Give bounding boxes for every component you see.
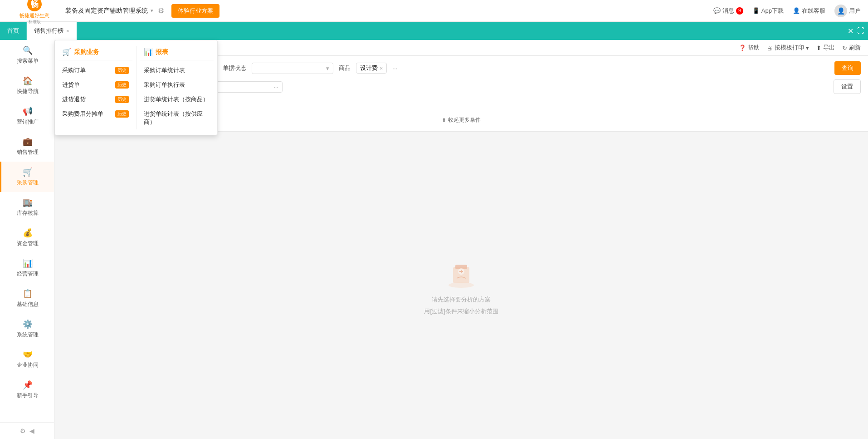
sidebar-label-system: 系统管理 — [17, 331, 39, 339]
sidebar-label-guide: 新手引导 — [17, 392, 39, 400]
empty-illustration — [443, 256, 479, 292]
tab-close-window-icon[interactable]: ✕ — [848, 27, 853, 35]
logo-icon: 畅 — [27, 0, 42, 11]
dropdown-right-items: 采购订单统计表采购订单执行表进货单统计表（按商品）进货单统计表（按供应商） — [140, 63, 214, 129]
sidebar-settings-icon[interactable]: ⚙ — [20, 427, 26, 434]
sidebar-label-base: 基础信息 — [17, 301, 39, 308]
sidebar-item-finance[interactable]: 💰资金管理 — [0, 222, 54, 253]
sidebar-icon-nav: 🏠 — [23, 76, 33, 86]
refresh-icon: ↻ — [842, 44, 847, 51]
history-badge-0: 历史 — [115, 67, 129, 74]
empty-state: 请先选择要分析的方案 用[过滤]条件来缩小分析范围 — [54, 132, 868, 439]
sidebar-item-sales[interactable]: 💼销售管理 — [0, 131, 54, 162]
sidebar-item-system[interactable]: ⚙️系统管理 — [0, 314, 54, 344]
trial-button[interactable]: 体验行业方案 — [171, 4, 219, 18]
logo-area: 畅 畅捷通好生意 标准版 — [7, 0, 62, 25]
sidebar-label-nav: 快捷导航 — [17, 88, 39, 95]
refresh-button[interactable]: ↻ 刷新 — [842, 44, 861, 52]
doc-status-arrow: ▾ — [326, 65, 329, 72]
dropdown-left-col: 🛒 采购业务 采购订单历史进货单历史进货退货历史采购费用分摊单历史 — [55, 46, 136, 129]
tab-close-icon[interactable]: × — [66, 28, 69, 34]
app-download-button[interactable]: 📱 App下载 — [752, 7, 784, 15]
sidebar-icon-guide: 📌 — [23, 380, 33, 390]
sidebar-collapse-icon[interactable]: ◀ — [29, 427, 34, 434]
empty-line1: 请先选择要分析的方案 — [432, 296, 491, 304]
export-icon: ⬆ — [816, 44, 821, 51]
sidebar-label-operations: 经营管理 — [17, 270, 39, 278]
query-button[interactable]: 查询 — [834, 61, 861, 75]
sidebar-icon-operations: 📊 — [23, 258, 33, 268]
app-icon: 📱 — [752, 7, 760, 14]
empty-line2: 用[过滤]条件来缩小分析范围 — [424, 307, 498, 316]
sidebar-item-nav[interactable]: 🏠快捷导航 — [0, 70, 54, 101]
sidebar-item-collab[interactable]: 🤝企业协同 — [0, 344, 54, 375]
service-icon: 👤 — [793, 7, 800, 14]
sidebar-icon-inventory: 🏬 — [23, 197, 33, 207]
action-btns: 查询 — [834, 61, 861, 75]
export-button[interactable]: ⬆ 导出 — [816, 44, 835, 52]
dropdown-right-item-0[interactable]: 采购订单统计表 — [140, 63, 214, 78]
dropdown-right-item-1[interactable]: 采购订单执行表 — [140, 78, 214, 92]
sidebar-label-marketing: 营销推广 — [17, 118, 39, 126]
system-title: 装备及固定资产辅助管理系统 ▾ — [65, 7, 153, 15]
sidebar-label-search: 搜索菜单 — [17, 57, 39, 65]
sidebar-icon-sales: 💼 — [23, 137, 33, 147]
dropdown-right-title: 📊 报表 — [140, 46, 214, 60]
sidebar-bottom: ⚙ ◀ — [0, 422, 54, 439]
help-icon: ❓ — [739, 44, 746, 51]
sidebar-label-finance: 资金管理 — [17, 240, 39, 247]
dropdown-left-items: 采购订单历史进货单历史进货退货历史采购费用分摊单历史 — [59, 63, 132, 121]
sidebar: 🔍搜索菜单🏠快捷导航📢营销推广💼销售管理🛒采购管理🏬库存核算💰资金管理📊经营管理… — [0, 40, 54, 439]
purchase-col-icon: 🛒 — [62, 48, 71, 56]
sidebar-item-base[interactable]: 📋基础信息 — [0, 283, 54, 314]
dropdown-menu: 🛒 采购业务 采购订单历史进货单历史进货退货历史采购费用分摊单历史 📊 报表 采… — [54, 40, 218, 135]
user-button[interactable]: 👤 用户 — [834, 5, 861, 17]
print-button[interactable]: 🖨 按模板打印 ▾ — [767, 44, 809, 52]
history-badge-3: 历史 — [115, 110, 129, 118]
logo-text: 畅捷通好生意 — [20, 12, 49, 19]
dropdown-left-item-2[interactable]: 进货退货历史 — [59, 92, 132, 107]
doc-status-label: 单据状态 — [223, 64, 246, 72]
sidebar-icon-search: 🔍 — [23, 45, 33, 55]
settings-icon[interactable]: ⚙ — [158, 6, 164, 15]
dropdown-left-item-0[interactable]: 采购订单历史 — [59, 63, 132, 78]
sidebar-item-search[interactable]: 🔍搜索菜单 — [0, 40, 54, 70]
goods-label: 商品 — [339, 64, 351, 72]
action-btns-2: 设置 — [834, 79, 861, 94]
goods-tag: 设计费 × — [356, 63, 387, 74]
sidebar-item-purchase[interactable]: 🛒采购管理 — [0, 162, 54, 192]
sidebar-items: 🔍搜索菜单🏠快捷导航📢营销推广💼销售管理🛒采购管理🏬库存核算💰资金管理📊经营管理… — [0, 40, 54, 405]
salesperson-arrow: ··· — [273, 84, 278, 90]
sidebar-label-purchase: 采购管理 — [17, 179, 39, 187]
collapse-icon: ⬆ — [442, 117, 446, 123]
dropdown-left-item-3[interactable]: 采购费用分摊单历史 — [59, 107, 132, 121]
messages-badge: 9 — [736, 7, 743, 15]
goods-ellipsis[interactable]: ··· — [392, 65, 397, 72]
help-button[interactable]: ❓ 帮助 — [739, 44, 760, 52]
message-icon: 💬 — [713, 7, 721, 14]
sidebar-label-collab: 企业协同 — [17, 361, 39, 369]
doc-status-select[interactable]: ▾ — [252, 63, 333, 74]
sidebar-item-inventory[interactable]: 🏬库存核算 — [0, 192, 54, 222]
service-button[interactable]: 👤 在线客服 — [793, 7, 825, 15]
dropdown-right-item-2[interactable]: 进货单统计表（按商品） — [140, 92, 214, 107]
dropdown-left-item-1[interactable]: 进货单历史 — [59, 78, 132, 92]
sidebar-label-sales: 销售管理 — [17, 148, 39, 156]
sidebar-label-inventory: 库存核算 — [17, 209, 39, 217]
messages-button[interactable]: 💬 消息 9 — [713, 7, 743, 15]
dropdown-right-col: 📊 报表 采购订单统计表采购订单执行表进货单统计表（按商品）进货单统计表（按供应… — [136, 46, 218, 129]
sidebar-item-guide[interactable]: 📌新手引导 — [0, 375, 54, 405]
sidebar-icon-system: ⚙️ — [23, 319, 33, 329]
system-title-arrow[interactable]: ▾ — [151, 8, 153, 14]
sidebar-item-marketing[interactable]: 📢营销推广 — [0, 101, 54, 131]
goods-tag-remove[interactable]: × — [380, 65, 383, 72]
tab-maximize-icon[interactable]: ⛶ — [857, 27, 864, 35]
tabbar: 首页 销售排行榜 × ✕ ⛶ — [0, 22, 868, 40]
settings-button[interactable]: 设置 — [834, 79, 861, 94]
dropdown-right-item-3[interactable]: 进货单统计表（按供应商） — [140, 107, 214, 129]
print-icon: 🖨 — [767, 44, 773, 51]
sidebar-item-operations[interactable]: 📊经营管理 — [0, 253, 54, 283]
sidebar-icon-collab: 🤝 — [23, 350, 33, 360]
report-col-icon: 📊 — [144, 48, 153, 56]
sidebar-icon-purchase: 🛒 — [23, 167, 33, 177]
